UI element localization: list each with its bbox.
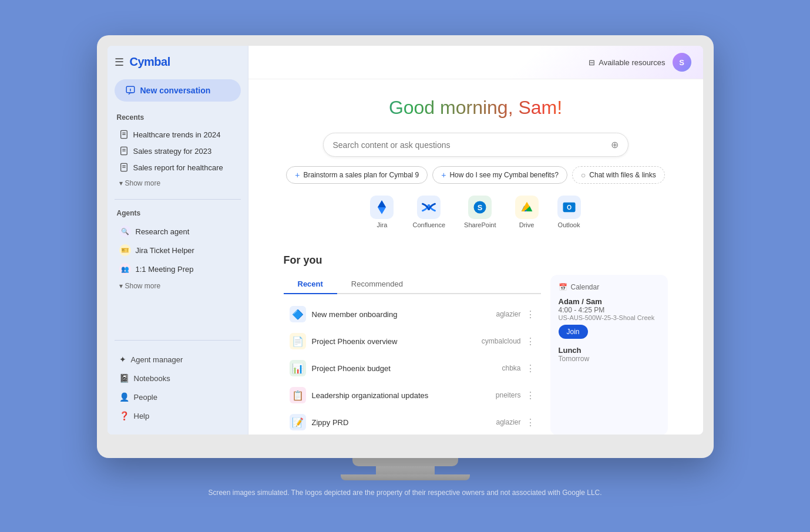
file-more-0[interactable]: ⋮ [526,309,535,320]
stand-neck [376,466,435,474]
chip-1[interactable]: + How do I see my Cymbal benefits? [432,166,567,184]
file-item-0[interactable]: 🔷 New member onboarding aglazier ⋮ [284,301,541,327]
suggestion-chips: + Brainstorm a sales plan for Cymbal 9 +… [284,166,668,184]
resources-button[interactable]: ⊟ Available resources [589,58,665,67]
content-area: Good morning, Sam! ⊕ + Brainstorm a sale… [248,79,703,254]
app-confluence[interactable]: Confluence [412,196,445,228]
avatar[interactable]: S [673,53,691,72]
file-list: 🔷 New member onboarding aglazier ⋮ 📄 Pro… [284,301,541,435]
file-item-4[interactable]: 📝 Zippy PRD aglazier ⋮ [284,409,541,435]
file-item-3[interactable]: 📋 Leadership organizational updates pnei… [284,382,541,408]
file-more-4[interactable]: ⋮ [526,417,535,428]
chip-icon-2: ○ [581,170,586,180]
sidebar-item-recent-2[interactable]: Sales report for healthcare [115,159,241,176]
hamburger-icon[interactable]: ☰ [115,56,124,69]
sidebar-item-agent-manager[interactable]: ✦ Agent manager [115,350,241,369]
people-icon: 👤 [119,392,129,402]
sidebar-item-agent-1[interactable]: 🎫 Jira Ticket Helper [115,241,241,260]
new-conversation-icon [125,85,136,96]
chip-label-2: Chat with files & links [589,171,656,179]
chip-label-1: How do I see my Cymbal benefits? [449,171,558,179]
sidebar-bottom-divider [115,340,241,341]
outlook-icon: O [561,199,577,216]
recents-title: Recents [115,113,241,122]
tab-recent[interactable]: Recent [284,275,337,294]
chip-2[interactable]: ○ Chat with files & links [572,166,665,184]
filter-icon: ⊟ [589,58,595,67]
sharepoint-icon: S [472,199,488,216]
new-conversation-label: New conversation [140,86,211,95]
join-button[interactable]: Join [559,325,588,339]
file-name-2: Project Phoenix budget [312,364,502,373]
sidebar-item-notebooks[interactable]: 📓 Notebooks [115,369,241,388]
for-you-main: Recent Recommended 🔷 New member onboardi… [284,275,541,435]
sidebar-item-recent-0[interactable]: Healthcare trends in 2024 [115,126,241,143]
sidebar-item-agent-0[interactable]: 🔍 Research agent [115,222,241,241]
cal-event-loc-1: US-AUS-500W-25-3-Shoal Creek [559,314,660,321]
agent-manager-icon: ✦ [119,355,126,364]
svg-text:S: S [478,203,483,212]
sidebar-item-people[interactable]: 👤 People [115,388,241,406]
resources-label: Available resources [599,58,665,67]
chip-label-0: Brainstorm a sales plan for Cymbal 9 [303,171,419,179]
confluence-icon [421,199,437,216]
file-name-3: Leadership organizational updates [312,391,496,400]
jira-icon [374,199,390,216]
sidebar: ☰ Cymbal New conversation Recents [107,46,248,435]
app-label-confluence: Confluence [412,221,445,228]
app-sharepoint[interactable]: S SharePoint [464,196,496,228]
file-name-4: Zippy PRD [312,418,496,427]
agent-icon-1: 🎫 [119,244,131,256]
doc-icon [119,163,129,172]
sidebar-item-help[interactable]: ❓ Help [115,406,241,425]
file-more-1[interactable]: ⋮ [526,336,535,347]
sidebar-item-agent-2[interactable]: 👥 1:1 Meeting Prep [115,260,241,278]
svg-text:O: O [566,204,571,211]
show-more-recents[interactable]: ▾ Show more [115,177,241,190]
agent-icon-0: 🔍 [119,225,131,237]
app-jira[interactable]: Jira [370,196,394,228]
agent-label-2: 1:1 Meeting Prep [136,265,194,274]
file-more-2[interactable]: ⋮ [526,363,535,374]
file-user-3: pneiters [496,391,521,399]
app-drive[interactable]: Drive [515,196,539,228]
calendar-icon: 📅 [559,283,567,291]
sidebar-item-recent-1[interactable]: Sales strategy for 2023 [115,143,241,159]
for-you-section: For you Recent Recommended 🔷 [248,254,703,435]
laptop-notch [352,458,458,466]
file-item-1[interactable]: 📄 Project Phoenix overview cymbalcloud ⋮ [284,328,541,354]
recent-item-label: Healthcare trends in 2024 [133,130,221,139]
notebooks-icon: 📓 [119,373,129,383]
doc-icon [119,130,129,139]
tab-recommended[interactable]: Recommended [337,275,417,294]
chip-icon-0: + [295,170,300,180]
calendar-event-1: Adam / Sam 4:00 - 4:25 PM US-AUS-500W-25… [559,297,660,339]
people-label: People [134,393,157,402]
drive-icon [519,199,535,216]
bottom-note: Screen images simulated. The logos depic… [208,489,601,497]
file-user-0: aglazier [496,310,520,318]
file-icon-1: 📄 [290,333,306,349]
app-outlook[interactable]: O Outlook [557,196,581,228]
search-input[interactable] [333,140,611,150]
agent-label-0: Research agent [136,227,190,236]
cal-event-title-1: Adam / Sam [559,297,660,306]
file-more-3[interactable]: ⋮ [526,390,535,401]
chip-0[interactable]: + Brainstorm a sales plan for Cymbal 9 [286,166,428,184]
tabs: Recent Recommended [284,275,541,294]
calendar-label: Calendar [571,283,600,291]
agent-icon-2: 👥 [119,263,131,275]
search-bar: ⊕ [323,133,628,157]
logo: Cymbal [130,55,170,69]
new-conversation-button[interactable]: New conversation [115,79,241,102]
app-label-drive: Drive [519,221,535,228]
file-user-4: aglazier [496,418,520,426]
search-add-icon[interactable]: ⊕ [611,139,619,150]
app-label-outlook: Outlook [558,221,580,228]
show-more-agents[interactable]: ▾ Show more [115,280,241,292]
help-label: Help [134,412,150,420]
for-you-title: For you [284,254,668,267]
file-item-2[interactable]: 📊 Project Phoenix budget chbka ⋮ [284,355,541,381]
app-icons: Jira Confluence [284,196,668,228]
calendar-card: 📅 Calendar Adam / Sam 4:00 - 4:25 PM US-… [550,275,668,435]
